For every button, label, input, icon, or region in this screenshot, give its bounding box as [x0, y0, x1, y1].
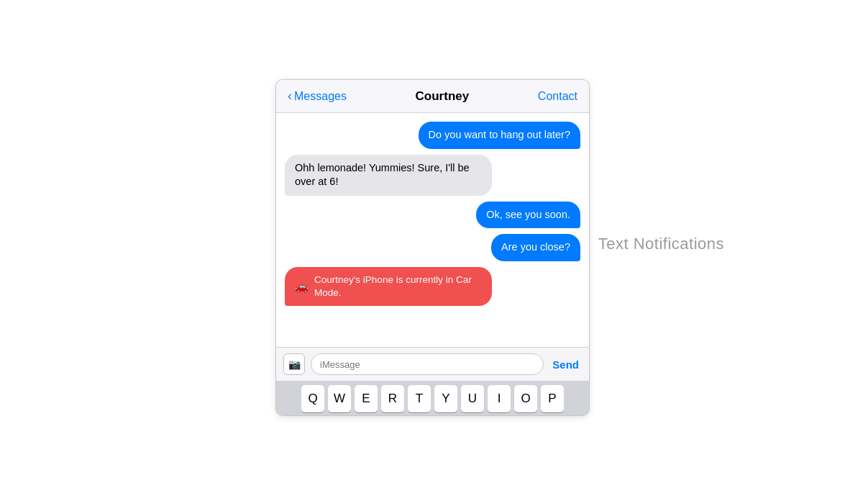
car-mode-bubble: 🚗 Courtney's iPhone is currently in Car …	[285, 267, 492, 306]
message-input-area: 📷 Send	[276, 347, 589, 381]
back-button[interactable]: ‹ Messages	[288, 89, 347, 104]
key-w[interactable]: W	[328, 385, 351, 412]
messages-area: Do you want to hang out later? Ohh lemon…	[276, 113, 589, 347]
message-row-3: Ok, see you soon.	[285, 202, 580, 229]
key-u[interactable]: U	[461, 385, 484, 412]
received-bubble-1: Ohh lemonade! Yummies! Sure, I'll be ove…	[285, 155, 492, 196]
key-i[interactable]: I	[488, 385, 511, 412]
sent-bubble-1: Do you want to hang out later?	[419, 122, 581, 149]
imessage-input[interactable]	[311, 353, 544, 375]
key-p[interactable]: P	[541, 385, 564, 412]
messages-header: ‹ Messages Courtney Contact	[276, 80, 589, 113]
key-e[interactable]: E	[355, 385, 378, 412]
camera-button[interactable]: 📷	[283, 353, 305, 375]
message-row-2: Ohh lemonade! Yummies! Sure, I'll be ove…	[285, 155, 580, 196]
sent-bubble-2: Ok, see you soon.	[476, 202, 580, 229]
back-chevron-icon: ‹	[288, 89, 292, 104]
camera-icon: 📷	[288, 358, 301, 370]
bubble-text-4: Are you close?	[501, 241, 570, 253]
car-icon: 🚗	[295, 279, 309, 294]
bubble-text-5: Courtney's iPhone is currently in Car Mo…	[314, 274, 482, 299]
message-row-4: Are you close?	[285, 234, 580, 261]
back-label: Messages	[294, 90, 347, 103]
text-notifications-label: Text Notifications	[598, 235, 724, 253]
contact-name-title: Courtney	[416, 89, 470, 104]
send-button[interactable]: Send	[549, 358, 582, 371]
page-container: ‹ Messages Courtney Contact Do you want …	[0, 0, 868, 488]
key-r[interactable]: R	[381, 385, 404, 412]
message-row-5: 🚗 Courtney's iPhone is currently in Car …	[285, 267, 580, 306]
bubble-text-1: Do you want to hang out later?	[429, 129, 571, 140]
sent-bubble-3: Are you close?	[491, 234, 580, 261]
message-row-1: Do you want to hang out later?	[285, 122, 580, 149]
bubble-text-3: Ok, see you soon.	[486, 209, 570, 220]
key-y[interactable]: Y	[434, 385, 457, 412]
phone-frame: ‹ Messages Courtney Contact Do you want …	[275, 79, 590, 416]
key-o[interactable]: O	[514, 385, 537, 412]
contact-button[interactable]: Contact	[538, 90, 577, 103]
bubble-text-2: Ohh lemonade! Yummies! Sure, I'll be ove…	[295, 162, 470, 188]
keyboard: Q W E R T Y U I O P	[276, 381, 589, 415]
key-q[interactable]: Q	[301, 385, 324, 412]
keyboard-row-1: Q W E R T Y U I O P	[279, 385, 586, 412]
key-t[interactable]: T	[408, 385, 431, 412]
